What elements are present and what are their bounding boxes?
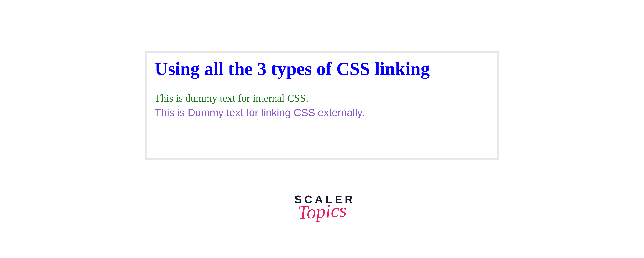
external-css-text: This is Dummy text for linking CSS exter…: [155, 106, 489, 119]
internal-css-text: This is dummy text for internal CSS.: [155, 92, 489, 104]
page-heading: Using all the 3 types of CSS linking: [155, 59, 489, 79]
example-output-box: Using all the 3 types of CSS linking Thi…: [145, 51, 499, 160]
scaler-topics-logo: SCALER Topics: [284, 194, 360, 219]
